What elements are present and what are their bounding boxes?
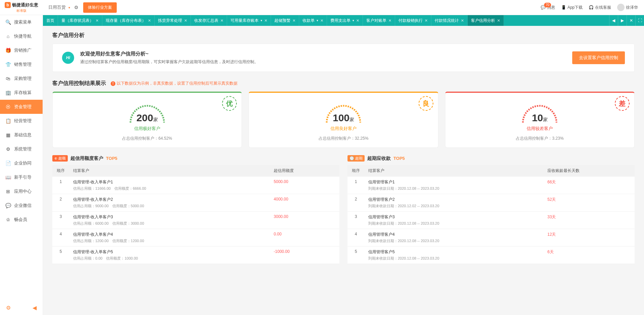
sidebar-settings-icon[interactable]: ⚙ [6, 305, 11, 311]
sidebar-item-2[interactable]: 🎁营销推广 [0, 43, 43, 57]
row-amount: 3000.00 [270, 212, 339, 229]
tab-close-icon[interactable]: ✕ [356, 18, 359, 23]
sidebar-item-6[interactable]: ⦿资金管理 [0, 100, 43, 114]
table-row[interactable]: 4 信用管理-收入单客户4 信用占用额：1200.00 信用额度：1200.00… [52, 229, 339, 246]
row-days: 33天 [543, 212, 635, 229]
tab-0[interactable]: 首页 [43, 15, 58, 26]
row-days: 12天 [543, 229, 635, 246]
tab-close-icon[interactable]: ✕ [292, 18, 296, 23]
tab-4[interactable]: 收发存汇总表✕ [191, 15, 227, 26]
table-row[interactable]: 2 信用管理客户2 到期未收款日期：2020.12.02 -- 2023.03.… [347, 194, 635, 212]
row-customer: 信用管理客户5 到期未收款日期：2020.12.08 -- 2023.03.20 [364, 246, 543, 264]
tab-label: 客户对账单 [366, 18, 386, 24]
table2-top5: TOP5 [393, 156, 405, 161]
tab-close-icon[interactable]: ✕ [264, 18, 267, 23]
tab-label: 收发存汇总表 [194, 18, 218, 24]
table-row[interactable]: 1 信用管理-收入单客户1 信用占用额：11666.00 信用额度：6666.0… [52, 177, 339, 194]
tab-6[interactable]: 超储预警✕ [271, 15, 299, 26]
sidebar-item-3[interactable]: 👕销售管理 [0, 57, 43, 72]
tab-close-icon[interactable]: ✕ [96, 18, 99, 23]
sidebar-item-1[interactable]: ⌂快捷导航 [0, 29, 43, 43]
tab-close-icon[interactable]: ✕ [497, 18, 500, 23]
table-row[interactable]: 3 信用管理-收入单客户3 信用占用额：6000.00 信用额度：3000.00… [52, 212, 339, 229]
card-count: 200家 [59, 112, 235, 124]
tab-10[interactable]: 付款核销执行✕ [395, 15, 431, 26]
sidebar-icon: 🏢 [5, 90, 11, 95]
sidebar-icon: 📋 [5, 118, 11, 124]
table-row[interactable]: 2 信用管理-收入单客户2 信用占用额：9000.00 信用额度：5000.00… [52, 194, 339, 212]
sidebar-item-13[interactable]: 💬企业微信 [0, 198, 43, 213]
category-selector[interactable]: 日用百货 ▾ [48, 4, 70, 10]
setup-credit-control-button[interactable]: 去设置客户信用控制 [572, 51, 625, 64]
settings-gear-icon[interactable]: ⚙ [74, 5, 78, 10]
row-customer: 信用管理-收入单客户1 信用占用额：11666.00 信用额度：6666.00 [69, 177, 270, 194]
user-menu[interactable]: 徐泽华 [617, 4, 638, 11]
experience-button[interactable]: 体验行业方案 [83, 2, 117, 13]
tab-label: 现存量（库存分布表） [106, 18, 146, 24]
table-row[interactable]: 3 信用管理客户3 到期未收款日期：2020.12.08 -- 2023.03.… [347, 212, 635, 229]
over-limit-badge: ⊕ 超额 [52, 155, 68, 162]
tab-close-icon[interactable]: ✕ [148, 18, 151, 23]
tab-12[interactable]: 客户信用分析✕ [468, 15, 504, 26]
row-seq: 2 [347, 194, 364, 212]
tabs-close-all[interactable]: ✕ [627, 15, 635, 26]
messages-button[interactable]: 💬 70 消息 [541, 5, 555, 10]
sidebar-item-11[interactable]: 📖新手引导 [0, 170, 43, 184]
sidebar-item-9[interactable]: ⚙系统管理 [0, 142, 43, 156]
tabs-scroll-right[interactable]: ▶ [618, 15, 627, 26]
table-row[interactable]: 5 信用管理-收入单客户5 信用占用额：0.00 信用额度：1000.00 -1… [52, 246, 339, 264]
tab-label: 可用量库存账本 [230, 18, 259, 24]
tab-close-icon[interactable]: ✕ [388, 18, 391, 23]
sidebar-item-label: 基础信息 [14, 132, 32, 138]
sidebar-item-7[interactable]: 📋经营管理 [0, 114, 43, 128]
row-amount: 4000.00 [270, 194, 339, 212]
table-row[interactable]: 5 信用管理客户5 到期未收款日期：2020.12.08 -- 2023.03.… [347, 246, 635, 264]
table1-col-1: 结算客户 [69, 165, 270, 177]
sidebar-collapse-icon[interactable]: ◀ [33, 305, 37, 311]
card-label: 信用良好客户 [255, 126, 432, 132]
stamp-icon: 优 [222, 96, 237, 111]
sidebar-item-14[interactable]: ♔畅会员 [0, 213, 43, 227]
table2-col-1: 结算客户 [364, 165, 543, 177]
sidebar-item-10[interactable]: 📄企业协同 [0, 156, 43, 170]
app-download-button[interactable]: 📱 App下载 [561, 5, 583, 10]
tab-9[interactable]: 客户对账单✕ [363, 15, 395, 26]
tab-2[interactable]: 现存量（库存分布表）✕ [102, 15, 155, 26]
tab-1[interactable]: 量（库存状况表）✕ [58, 15, 102, 26]
sidebar-item-label: 库存核算 [14, 90, 32, 96]
tab-7[interactable]: 收款单▾✕ [299, 15, 327, 26]
row-customer: 信用管理-收入单客户4 信用占用额：1200.00 信用额度：1200.00 [69, 229, 270, 246]
tab-close-icon[interactable]: ✕ [184, 18, 187, 23]
table1-col-0: 顺序 [52, 165, 69, 177]
tab-11[interactable]: 付款情况统计✕ [431, 15, 468, 26]
tab-5[interactable]: 可用量库存账本▾✕ [227, 15, 271, 26]
tabs-fullscreen[interactable]: ⛶ [635, 15, 644, 26]
row-seq: 4 [347, 229, 364, 246]
table-row[interactable]: 4 信用管理客户4 到期未收款日期：2020.12.08 -- 2023.03.… [347, 229, 635, 246]
tab-3[interactable]: 拣货异常处理✕ [155, 15, 191, 26]
stamp-icon: 差 [615, 96, 630, 111]
online-service-button[interactable]: 🎧 在线客服 [589, 5, 611, 10]
card-label: 信用较差客户 [451, 126, 628, 132]
tab-close-icon[interactable]: ✕ [425, 18, 428, 23]
tab-8[interactable]: 费用支出单▾✕ [327, 15, 363, 26]
tab-close-icon[interactable]: ✕ [220, 18, 223, 23]
tab-close-icon[interactable]: ✕ [461, 18, 464, 23]
overdue-badge: 🕒 超期 [347, 155, 365, 162]
sidebar-item-label: 快捷导航 [14, 33, 32, 39]
tab-close-icon[interactable]: ✕ [320, 18, 323, 23]
sidebar-item-8[interactable]: ▦基础信息 [0, 128, 43, 142]
sidebar-item-label: 应用中心 [14, 188, 32, 194]
sidebar-item-12[interactable]: ⊞应用中心 [0, 184, 43, 198]
section-title: 客户信用控制结果展示 [52, 80, 106, 87]
tabs-scroll-left[interactable]: ◀ [609, 15, 618, 26]
sidebar-item-4[interactable]: 🛍采购管理 [0, 72, 43, 86]
sidebar-item-0[interactable]: 🔍搜索菜单 [0, 15, 43, 29]
tab-label: 超储预警 [274, 18, 290, 24]
credit-card-fair: 良 100家 信用良好客户 占总信用控制客户：32.25% [249, 92, 438, 148]
table-row[interactable]: 1 信用管理客户1 到期未收款日期：2020.12.08 -- 2023.03.… [347, 177, 635, 194]
sidebar-icon: 💬 [5, 203, 11, 208]
sidebar-item-5[interactable]: 🏢库存核算 [0, 86, 43, 100]
row-amount: 5000.00 [270, 177, 339, 194]
row-customer: 信用管理-收入单客户3 信用占用额：6000.00 信用额度：3000.00 [69, 212, 270, 229]
